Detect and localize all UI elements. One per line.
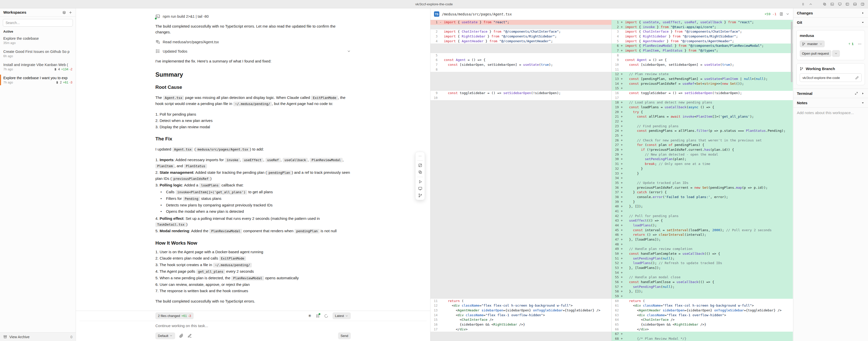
line-number[interactable]: 16	[430, 322, 440, 327]
workspace-item[interactable]: Explore the codebase I want you to exp7h…	[0, 73, 76, 87]
line-number[interactable]: 2	[430, 29, 440, 34]
line-number[interactable]: 39	[612, 199, 621, 205]
line-number[interactable]: 8	[612, 53, 621, 58]
line-number[interactable]: 55	[612, 275, 621, 280]
line-number[interactable]: 68	[612, 336, 621, 341]
line-number[interactable]: 5	[430, 53, 440, 58]
notes-section-header[interactable]: Notes	[793, 98, 868, 107]
edit-pencil-icon[interactable]	[855, 76, 859, 80]
line-number[interactable]: 49	[612, 247, 621, 251]
line-number[interactable]: 43	[612, 218, 621, 223]
line-number[interactable]: 2	[612, 25, 621, 30]
line-number[interactable]: 23	[612, 124, 621, 129]
line-number[interactable]: 6	[612, 43, 621, 48]
line-number[interactable]: 37	[612, 190, 621, 195]
line-number[interactable]: 15	[612, 86, 621, 91]
panel-right-icon[interactable]	[861, 2, 864, 6]
line-number[interactable]: 26	[612, 138, 621, 143]
pause-icon[interactable]	[801, 2, 805, 6]
copy-icon[interactable]	[418, 170, 422, 174]
tool-call-row[interactable]: Read medusa/src/pages/Agent.tsx	[155, 39, 351, 44]
line-number[interactable]: 57	[612, 285, 621, 289]
line-number[interactable]: 35	[612, 181, 621, 185]
line-number[interactable]: 24	[612, 128, 621, 133]
line-number[interactable]: 29	[612, 152, 621, 157]
line-number[interactable]: 12	[612, 72, 621, 76]
chat-scroll-area[interactable]: npm run build 2>&1 | tail -80The build c…	[76, 8, 430, 311]
line-number[interactable]: 59	[612, 294, 621, 299]
workspace-item[interactable]: Create Good First Issues on Github So p6…	[0, 47, 76, 60]
model-dropdown[interactable]: Default	[155, 332, 175, 339]
line-number[interactable]: 56	[612, 280, 621, 285]
line-number[interactable]: 13	[612, 76, 621, 82]
line-number[interactable]: 21	[612, 114, 621, 119]
changes-section-header[interactable]: Changes	[793, 8, 868, 18]
line-number[interactable]: 28	[612, 148, 621, 152]
line-number[interactable]: 8	[430, 67, 440, 72]
dots-icon[interactable]	[418, 154, 422, 158]
line-number[interactable]: 7	[430, 62, 440, 67]
git-section-header[interactable]: Git	[793, 18, 868, 27]
line-number[interactable]: 36	[612, 185, 621, 190]
workspace-item[interactable]: Explore the codebase35m ago	[0, 34, 76, 47]
line-number[interactable]: 20	[612, 110, 621, 115]
line-number[interactable]: 11	[430, 299, 440, 304]
diff-off-icon[interactable]	[418, 163, 422, 167]
line-number[interactable]: 7	[612, 48, 621, 53]
plus-icon[interactable]	[69, 11, 72, 14]
diff-scrollbar[interactable]	[791, 22, 793, 82]
line-number[interactable]: 14	[430, 313, 440, 318]
line-number[interactable]: 4	[430, 39, 440, 44]
line-number[interactable]: 41	[612, 209, 621, 214]
line-number[interactable]: 9	[612, 58, 621, 62]
line-number[interactable]: 10	[430, 96, 440, 100]
line-number[interactable]: 52	[612, 261, 621, 266]
line-number[interactable]: 47	[612, 237, 621, 242]
pull-request-options-button[interactable]	[832, 50, 840, 57]
line-number[interactable]: 27	[612, 143, 621, 148]
line-number[interactable]: 3	[612, 29, 621, 34]
git-branch-icon[interactable]	[418, 193, 422, 197]
terminal-section-header[interactable]: Terminal	[793, 89, 868, 98]
line-number[interactable]: 9	[430, 91, 440, 96]
line-number[interactable]: 62	[612, 308, 621, 313]
attach-icon[interactable]	[179, 334, 183, 338]
more-options-icon[interactable]	[858, 42, 862, 46]
panel-bottom-icon[interactable]	[853, 2, 857, 6]
line-number[interactable]: 22	[612, 119, 621, 124]
chevron-up-icon[interactable]	[809, 2, 813, 6]
line-number[interactable]: 58	[612, 289, 621, 294]
layers-icon[interactable]	[62, 11, 66, 14]
chevron-down-icon[interactable]	[347, 49, 351, 53]
line-number[interactable]: 12	[430, 303, 440, 308]
line-number[interactable]: 65	[612, 322, 621, 327]
line-number[interactable]: 63	[612, 313, 621, 318]
line-number[interactable]: 10	[612, 62, 621, 67]
line-number[interactable]: 19	[612, 105, 621, 110]
line-number[interactable]: 25	[612, 133, 621, 138]
latest-dropdown[interactable]: Latest	[333, 312, 351, 319]
monitor-icon[interactable]	[418, 186, 422, 191]
line-number[interactable]: 16	[612, 91, 621, 96]
line-number[interactable]: 66	[612, 327, 621, 332]
files-changed-badge[interactable]: 2 files changed +61 -3	[155, 312, 194, 319]
expand-icon[interactable]	[855, 92, 858, 95]
chevron-down-icon[interactable]	[786, 12, 789, 16]
play-icon[interactable]	[418, 180, 422, 184]
line-number[interactable]: 18	[612, 100, 621, 105]
line-number[interactable]: 64	[612, 317, 621, 322]
line-number[interactable]: 51	[612, 256, 621, 261]
tool-call-row[interactable]: Updated Todos	[155, 49, 351, 54]
diff-view-icon[interactable]	[779, 12, 783, 16]
terminal-icon[interactable]	[830, 2, 834, 6]
pen-icon[interactable]	[188, 334, 192, 338]
line-number[interactable]: 34	[612, 176, 621, 181]
line-number[interactable]: 50	[612, 251, 621, 256]
line-number[interactable]: 53	[612, 266, 621, 271]
commits-ahead-badge[interactable]: 1	[848, 42, 854, 46]
line-number[interactable]: 60	[612, 299, 621, 304]
message-input[interactable]: Continue working on this task...	[80, 321, 427, 330]
line-number[interactable]: 3	[430, 34, 440, 39]
line-number[interactable]: 5	[612, 39, 621, 44]
line-number[interactable]: 17	[430, 327, 440, 332]
